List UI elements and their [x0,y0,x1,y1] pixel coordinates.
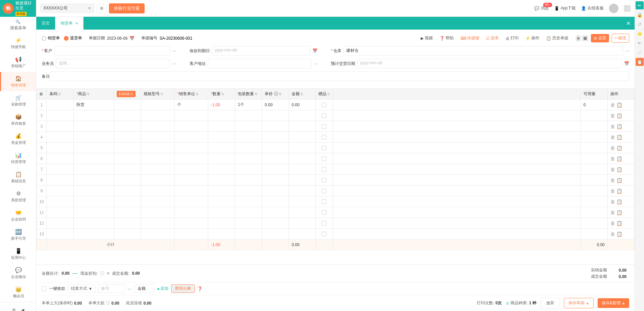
date-picker-icon[interactable]: 📅 [129,36,135,41]
row-copy-icon[interactable]: 📋 [616,178,622,183]
sidebar-item-system[interactable]: ⚙ 系统管理 [0,187,36,206]
warehouse-input[interactable]: 建材仓 [343,46,623,55]
row-copy-icon[interactable]: 📋 [616,124,622,129]
topbar-settings-btn[interactable]: ⚙ [97,4,106,13]
toolbar-history-btn[interactable]: 📋 历史单据 [544,35,570,42]
expected-date-input[interactable]: yyyy-mm-dd [357,59,622,68]
right-icon-bookmark[interactable]: ☆ [636,48,644,56]
tab-bar-close-btn[interactable]: ✕ [626,20,631,27]
warehouse-more-icon[interactable]: ··· [625,48,629,53]
payment-amount-input[interactable]: 金额 [135,284,155,293]
toolbar-action-btn[interactable]: ⚡ 操作 [523,35,541,42]
sidebar-item-finance[interactable]: 💰 资金管理 [0,129,36,149]
toolbar-video-btn[interactable]: ▶ 视频 [419,35,435,42]
discount-info-icon[interactable]: ⓘ [100,271,104,276]
radio-return[interactable]: 退货单 [64,35,82,41]
right-icon-star[interactable]: ⭐ [636,30,644,38]
row-copy-icon[interactable]: 📋 [616,231,622,237]
radio-sale[interactable]: 销货单 [42,35,60,41]
company-selector[interactable]: XXXXXX公司 ▼ [40,4,94,13]
short-info-icon[interactable]: ⓘ [106,300,110,306]
row-copy-icon[interactable]: 📋 [616,156,622,161]
due-date-cal-icon[interactable]: 📅 [312,48,317,53]
sidebar-item-marketing[interactable]: 📢 营销推广 [0,53,36,72]
calc-method-select[interactable]: 结算方式 ▼ [68,284,96,293]
row-delete-icon[interactable]: 🗑 [610,188,615,194]
row-amount[interactable]: 0.00 [289,100,316,110]
trial-btn[interactable]: 体验行业方案 [109,3,145,13]
remarks-input[interactable] [50,72,629,81]
sidebar-item-inventory[interactable]: 📦 库存核算 [0,110,36,129]
expected-date-cal-icon[interactable]: 📅 [624,61,629,66]
row-barcode[interactable] [47,100,74,110]
tab-home[interactable]: 首页 [36,17,55,30]
row-copy-icon[interactable]: 📋 [616,102,622,108]
toolbar-print-btn[interactable]: 🖨 打印 [503,35,521,42]
sidebar-item-sales[interactable]: 🏠 销售管理 [0,72,36,91]
customer-input[interactable] [54,46,171,55]
user-avatar[interactable] [609,4,618,13]
one-click-pay-btn[interactable]: 一键收款 [49,286,65,291]
toolbar-select-btn[interactable]: ☑ 选单 [484,35,501,42]
toolbar-shortcut-btn[interactable]: ⌨ 快捷键 [458,35,481,42]
sidebar-item-search[interactable]: 🔍 搜索菜单 [0,17,36,34]
row-delete-icon[interactable]: 🗑 [610,210,615,215]
salesperson-more-icon[interactable]: ··· [172,61,176,66]
customer-addr-input[interactable] [208,59,311,68]
row-delete-icon[interactable]: 🗑 [610,124,615,129]
row-copy-icon[interactable]: 📋 [616,134,622,140]
row-spec[interactable] [141,100,175,110]
row-copy-icon[interactable]: 📋 [616,199,622,204]
row-copy-icon[interactable]: 📋 [616,221,622,226]
row-pack-qty[interactable]: 1个 [235,100,262,110]
row-unit-price[interactable]: 0.00 [262,100,289,110]
row-delete-icon[interactable]: 🗑 [610,156,615,161]
row-unit[interactable]: 个 [175,100,208,110]
customer-addr-more-icon[interactable]: ··· [313,61,317,66]
save-draft-btn[interactable]: 保存草稿 ▲ [564,298,594,308]
account-input[interactable]: 账号 [98,284,125,293]
sidebar-item-base-info[interactable]: 📋 基础信息 [0,168,36,187]
customer-more-icon[interactable]: ··· [172,48,176,53]
account-more-icon[interactable]: ··· [128,286,132,291]
sidebar-item-wechat[interactable]: 💬 企业微信 [0,264,36,283]
sidebar-item-quick-nav[interactable]: ⚡ 快捷导航 [0,34,36,53]
row-copy-icon[interactable]: 📋 [616,210,622,215]
one-click-checkbox[interactable] [42,286,46,291]
row-copy-icon[interactable]: 📋 [616,113,622,118]
sidebar-collapse-btn[interactable]: ◀ [20,305,26,311]
row-delete-icon[interactable]: 🗑 [610,113,615,118]
toolbar-help-btn[interactable]: ❓ 帮助 [438,35,456,42]
row-delete-icon[interactable]: 🗑 [610,199,615,204]
add-payment-btn[interactable]: ● 添加 [157,286,168,291]
right-icon-rotate[interactable]: ↺ [636,20,644,28]
row-delete-icon[interactable]: 🗑 [610,145,615,151]
right-icon-edit[interactable]: ✏ [636,1,644,9]
message-btn[interactable]: 💬 消息 99+ [534,5,549,11]
save-new-btn[interactable]: 保存&新增 ▲ [598,298,629,308]
row-product[interactable]: 拆货 [74,100,114,110]
th-settings[interactable]: ⚙ [37,89,47,100]
right-icon-orange[interactable]: 📋 [636,58,644,66]
view-toggle-grid[interactable]: ⊞ [582,35,588,41]
expense-help-icon[interactable]: ❓ [197,286,202,291]
app-download-btn[interactable]: 📱 App下载 [554,5,576,11]
row-delete-icon[interactable]: 🗑 [610,167,615,172]
sidebar-item-guide[interactable]: 🆕 新手引导 [0,225,36,244]
row-copy-icon[interactable]: 📋 [616,145,622,151]
row-delete-icon[interactable]: 🗑 [610,178,615,183]
row-copy-icon[interactable]: 📋 [616,188,622,194]
right-icon-pencil[interactable]: ✒ [636,39,644,47]
due-date-input[interactable]: yyyy-mm-dd [212,46,310,55]
sidebar-item-enterprise[interactable]: 🤝 企业协同 [0,206,36,225]
sidebar-item-operations[interactable]: 📊 经营管理 [0,149,36,168]
settings-gear-btn[interactable]: ⚙ 设置 [591,34,609,42]
salesperson-input[interactable]: 选择... [56,59,170,68]
sidebar-item-app-center[interactable]: 📱 应用中心 [0,244,36,264]
row-qty[interactable]: -1.00 [208,100,235,110]
sidebar-item-member[interactable]: 👑 畅会员 [0,283,36,302]
row-delete-icon[interactable]: 🗑 [610,134,615,140]
view-toggle-list[interactable]: ≡ [576,35,581,41]
sidebar-item-purchase[interactable]: 🛒 采购管理 [0,91,36,110]
scan-btn[interactable]: 扫码录入 [117,91,136,97]
